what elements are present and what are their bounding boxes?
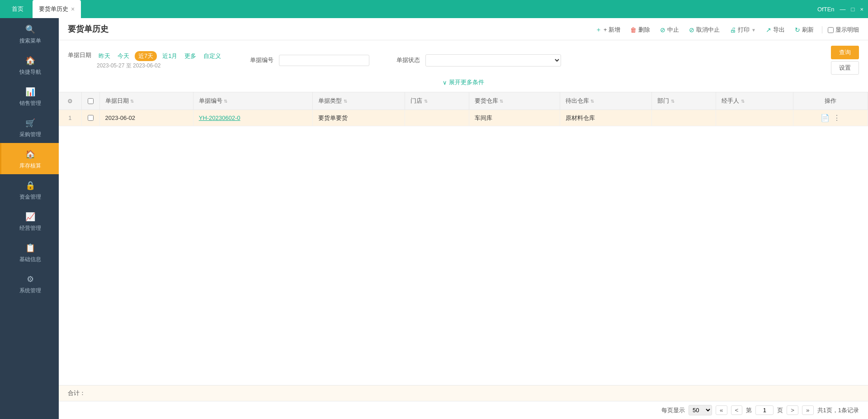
- cancel-stop-button[interactable]: ⊘ 取消中止: [686, 24, 722, 36]
- window-close-icon[interactable]: ×: [860, 6, 863, 13]
- bill-status-select[interactable]: [425, 54, 561, 67]
- sidebar: 🔍 搜索菜单 🏠 快捷导航 📊 销售管理 🛒 采购管理 🏠 库存核算 🔒 资金管…: [0, 18, 59, 419]
- col-bill-no[interactable]: 单据编号 ⇅: [193, 92, 313, 110]
- row-bill-no[interactable]: YH-20230602-0: [193, 110, 313, 126]
- sidebar-item-label-finance: 资金管理: [19, 193, 41, 201]
- col-pending-warehouse-sort: ⇅: [590, 99, 594, 104]
- minimize-icon[interactable]: —: [840, 6, 846, 13]
- col-gear[interactable]: ⚙: [59, 92, 81, 110]
- sales-icon: 📊: [25, 87, 35, 97]
- sidebar-item-label-search: 搜索菜单: [19, 37, 41, 45]
- date-btn-more[interactable]: 更多: [183, 51, 198, 61]
- sidebar-item-sales[interactable]: 📊 销售管理: [0, 81, 59, 112]
- row-checkbox[interactable]: [88, 115, 94, 121]
- per-page-label: 每页显示: [661, 406, 685, 414]
- refresh-button[interactable]: ↻ 刷新: [792, 24, 816, 36]
- basic-icon: 📋: [25, 243, 35, 253]
- filter-row-1: 单据日期 昨天 今天 近7天 近1月 更多 自定义 2023-05-27 至 2…: [68, 46, 859, 75]
- operation-icon: 📈: [25, 212, 35, 222]
- col-pending-warehouse[interactable]: 待出仓库 ⇅: [560, 92, 652, 110]
- date-btn-yesterday[interactable]: 昨天: [97, 51, 112, 61]
- col-bill-type[interactable]: 单据类型 ⇅: [313, 92, 405, 110]
- summary-label: 合计：: [68, 390, 85, 396]
- tab-close-icon[interactable]: ×: [71, 5, 75, 13]
- sidebar-item-search[interactable]: 🔍 搜索菜单: [0, 18, 59, 49]
- refresh-icon: ↻: [795, 26, 800, 33]
- action-buttons: 查询 设置: [831, 46, 859, 75]
- tab-active[interactable]: 要货单历史 ×: [33, 0, 81, 18]
- page-input[interactable]: [755, 405, 774, 415]
- gear-icon[interactable]: ⚙: [64, 98, 76, 105]
- date-btn-1month[interactable]: 近1月: [160, 51, 179, 61]
- sidebar-item-purchase[interactable]: 🛒 采购管理: [0, 112, 59, 143]
- display-grid-checkbox[interactable]: [828, 27, 834, 33]
- tab-home[interactable]: 首页: [5, 0, 31, 18]
- sidebar-item-basic[interactable]: 📋 基础信息: [0, 237, 59, 268]
- sidebar-item-quick-nav[interactable]: 🏠 快捷导航: [0, 49, 59, 81]
- col-dept[interactable]: 部门 ⇅: [652, 92, 716, 110]
- date-btn-today[interactable]: 今天: [116, 51, 131, 61]
- col-store[interactable]: 门店 ⇅: [405, 92, 469, 110]
- per-page-select[interactable]: 10 20 50 100: [689, 405, 712, 415]
- sidebar-item-system[interactable]: ⚙ 系统管理: [0, 268, 59, 299]
- col-bill-type-label: 单据类型: [318, 97, 342, 104]
- display-grid-checkbox-label[interactable]: 显示明细: [828, 26, 859, 34]
- print-button[interactable]: 🖨 打印 ▼: [727, 24, 759, 36]
- query-button[interactable]: 查询: [831, 46, 859, 59]
- sidebar-item-label-quick: 快捷导航: [19, 68, 41, 76]
- print-dropdown-icon: ▼: [751, 28, 756, 33]
- summary-row: 合计：: [59, 385, 868, 401]
- row-more-icon[interactable]: ⋮: [833, 114, 840, 122]
- export-label: 导出: [773, 26, 785, 34]
- first-page-btn[interactable]: «: [716, 405, 727, 415]
- sidebar-item-label-basic: 基础信息: [19, 256, 41, 263]
- next-page-btn[interactable]: >: [787, 405, 798, 415]
- stop-icon: ⊘: [660, 26, 665, 33]
- sidebar-item-finance[interactable]: 🔒 资金管理: [0, 174, 59, 205]
- col-req-warehouse-label: 要货仓库: [475, 97, 498, 104]
- expand-more-btn[interactable]: ∨ 展开更多条件: [68, 78, 859, 86]
- export-button[interactable]: ↗ 导出: [763, 24, 788, 36]
- setting-button[interactable]: 设置: [831, 61, 859, 75]
- date-btn-7days[interactable]: 近7天: [135, 51, 157, 61]
- table-row: 1 2023-06-02 YH-20230602-0 要货单要货 车间库: [59, 110, 868, 126]
- stop-button[interactable]: ⊘ 中止: [657, 24, 682, 36]
- bill-no-input[interactable]: [279, 55, 369, 66]
- col-actions: 操作: [793, 92, 868, 110]
- col-handler-label: 经手人: [722, 97, 739, 104]
- select-all-checkbox-cell[interactable]: [87, 98, 94, 104]
- bill-status-label: 单据状态: [396, 56, 422, 64]
- row-date: 2023-06-02: [99, 110, 193, 126]
- date-btn-custom[interactable]: 自定义: [202, 51, 223, 61]
- col-bill-no-sort: ⇅: [224, 99, 227, 104]
- page-label: 第: [746, 406, 752, 414]
- inventory-icon: 🏠: [25, 149, 35, 159]
- sidebar-item-operation[interactable]: 📈 经营管理: [0, 205, 59, 237]
- table-header: ⚙ 单据日期 ⇅ 单据编号 ⇅: [59, 92, 868, 110]
- delete-button[interactable]: 🗑 删除: [627, 24, 653, 36]
- col-req-warehouse[interactable]: 要货仓库 ⇅: [469, 92, 560, 110]
- select-all-checkbox[interactable]: [88, 98, 94, 104]
- quick-nav-icon: 🏠: [25, 56, 35, 66]
- col-handler-sort: ⇅: [741, 99, 745, 104]
- page-title: 要货单历史: [68, 24, 108, 40]
- col-date[interactable]: 单据日期 ⇅: [99, 92, 193, 110]
- display-grid-label-text: 显示明细: [835, 26, 859, 34]
- delete-label: 删除: [638, 26, 650, 34]
- purchase-icon: 🛒: [25, 118, 35, 128]
- search-menu-icon: 🔍: [25, 24, 35, 34]
- prev-page-btn[interactable]: <: [731, 405, 743, 415]
- restore-icon[interactable]: □: [851, 6, 855, 13]
- system-icon: ⚙: [27, 274, 34, 284]
- print-label: 打印: [738, 26, 750, 34]
- col-handler[interactable]: 经手人 ⇅: [716, 92, 793, 110]
- last-page-btn[interactable]: »: [802, 405, 813, 415]
- col-dept-sort: ⇅: [671, 99, 675, 104]
- row-view-icon[interactable]: 📄: [821, 114, 830, 122]
- row-bill-no-link[interactable]: YH-20230602-0: [199, 114, 241, 121]
- sidebar-item-inventory[interactable]: 🏠 库存核算: [0, 143, 59, 174]
- new-button[interactable]: ＋ + 新增: [593, 24, 623, 36]
- date-range-display: 2023-05-27 至 2023-06-02: [97, 62, 223, 70]
- row-checkbox-cell[interactable]: [81, 110, 99, 126]
- finance-icon: 🔒: [25, 181, 35, 190]
